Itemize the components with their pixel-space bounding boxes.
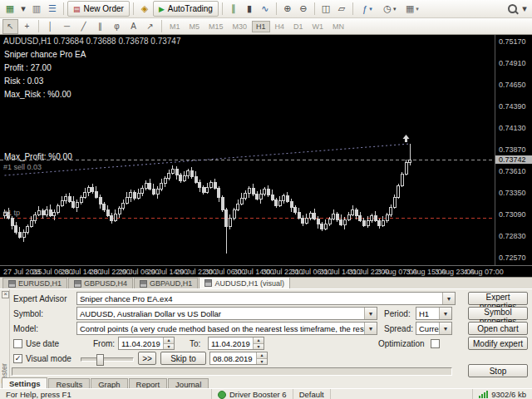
model-select[interactable]: Control points (a very crude method base… [76, 322, 377, 335]
date-spinner[interactable]: ▴▾ [253, 337, 264, 349]
market-watch-icon[interactable]: ☰ [45, 2, 60, 16]
to-label: To: [190, 339, 200, 348]
crosshair-tool[interactable]: + [19, 19, 35, 34]
cursor-tool[interactable]: ↖ [2, 19, 18, 34]
step-forward-button[interactable]: >> [138, 352, 156, 365]
periods-dropdown[interactable]: ◷▾ [379, 2, 401, 16]
symbol-value: AUDUSD, Australian Dollar vs US Dollar [77, 309, 364, 318]
chart-tab-eurusd-h1[interactable]: EURUSD,H1 [2, 278, 67, 288]
price-axis-label: 0.74910 [495, 59, 532, 67]
date-spinner[interactable]: ▴▾ [256, 352, 267, 364]
toolbar-separator [161, 20, 162, 32]
toolbar-separator [276, 2, 277, 15]
ea-comment-line: Risk : 0.03 [4, 76, 43, 86]
chart-tab-gbpaud-h1[interactable]: GBPAUD,H1 [134, 278, 198, 288]
status-notification[interactable]: Driver Booster 6 [211, 389, 293, 399]
price-chart[interactable] [0, 35, 495, 265]
dropdown-caret-icon[interactable]: ▾ [439, 323, 451, 334]
templates-dropdown[interactable]: ▦▾ [401, 2, 423, 16]
to-date-field[interactable]: 11.04.2019 ▴▾ [208, 337, 264, 350]
timeframe-button-h1[interactable]: H1 [252, 21, 270, 32]
price-axis-label: 0.73350 [495, 189, 532, 197]
symbol-properties-button[interactable]: Symbol properties [468, 307, 528, 320]
autotrading-button[interactable]: ▶AutoTrading [153, 1, 219, 17]
connection-bars-icon [479, 391, 488, 398]
timeframe-button-w1[interactable]: W1 [308, 21, 328, 32]
trendline-tool[interactable]: ╱ [76, 19, 91, 34]
fibonacci-tool[interactable]: φ [109, 19, 125, 34]
from-date-field[interactable]: 11.04.2019 ▴▾ [118, 337, 175, 350]
symbol-label: Symbol: [13, 309, 43, 318]
strategy-tester-panel: × Tester Expert Advisor Sniper chance Pr… [0, 288, 532, 389]
toolbar-separator [38, 20, 39, 32]
dropdown-caret-icon[interactable]: ▾ [364, 323, 377, 334]
modify-expert-button[interactable]: Modify expert [468, 337, 528, 350]
skip-to-button[interactable]: Skip to [160, 352, 206, 365]
visual-mode-checkbox[interactable]: ✓ [13, 354, 22, 363]
toolbar-separator [222, 2, 223, 15]
new-chart-caret-icon[interactable]: ▾ [18, 2, 28, 16]
chart-tab-icon [140, 280, 147, 288]
horizontal-line-tool[interactable]: ─ [59, 19, 75, 34]
timeframe-button-d1[interactable]: D1 [289, 21, 308, 32]
toolbar-options-caret-icon[interactable]: ▾ [520, 2, 530, 16]
ea-comment-line: Max_Profit: %0.00 [4, 152, 72, 161]
use-date-label: Use date [26, 339, 59, 348]
new-chart-icon[interactable]: ▦ [2, 2, 17, 16]
autotrading-button-icon: ▶ [159, 5, 165, 13]
metaeditor-icon[interactable]: ◈ [137, 2, 152, 16]
timeframe-button-h4[interactable]: H4 [271, 21, 289, 32]
templates-dropdown-caret-icon: ▾ [416, 6, 419, 12]
tile-windows-icon[interactable]: ◫ [318, 2, 333, 16]
period-select[interactable]: H1 ▾ [416, 307, 452, 320]
line-chart-icon[interactable]: ∿ [258, 2, 273, 16]
tester-tab-settings[interactable]: Settings [2, 377, 47, 389]
candle-chart-icon[interactable]: ▮ [242, 2, 257, 16]
arrows-tool[interactable]: ↗ [142, 19, 158, 34]
timeframe-button-mn[interactable]: MN [328, 21, 348, 32]
stop-button[interactable]: Stop [468, 364, 528, 377]
spread-select[interactable]: Current ▾ [416, 322, 452, 335]
time-axis-label: 4 Aug 07:00 [464, 268, 504, 276]
price-axis-label: 0.75170 [495, 37, 532, 46]
timeframe-button-m15[interactable]: M15 [204, 21, 228, 32]
visual-speed-slider[interactable] [81, 357, 134, 362]
profiles-icon[interactable]: ▥ [29, 2, 44, 16]
slider-thumb[interactable] [96, 354, 104, 366]
status-help: For Help, press F1 [0, 389, 211, 399]
visual-mode-label: Visual mode [26, 354, 71, 363]
search-icon[interactable] [505, 2, 520, 16]
dropdown-caret-icon[interactable]: ▾ [439, 308, 451, 319]
timeframe-button-m1[interactable]: M1 [165, 21, 185, 32]
timeframe-button-m30[interactable]: M30 [229, 21, 252, 32]
toolbar-separator [133, 2, 134, 15]
cascade-windows-icon[interactable]: ▱ [334, 2, 349, 16]
expert-advisor-select[interactable]: Sniper chance Pro EA.ex4 ▾ [76, 292, 456, 305]
text-tool[interactable]: A [126, 19, 141, 34]
ea-comment-line: Profit : 27.00 [4, 63, 52, 72]
from-label: From: [93, 339, 115, 348]
zoom-out-icon[interactable]: ⊖ [296, 2, 311, 16]
timeframe-button-m5[interactable]: M5 [185, 21, 204, 32]
dropdown-caret-icon[interactable]: ▾ [442, 293, 455, 304]
open-chart-button[interactable]: Open chart [468, 322, 528, 335]
new-order-button[interactable]: ▤New Order [67, 1, 130, 17]
toolbar-separator [314, 2, 315, 15]
symbol-select[interactable]: AUDUSD, Australian Dollar vs US Dollar ▾ [76, 307, 377, 320]
optimization-checkbox[interactable] [431, 339, 440, 348]
status-notification-text: Driver Booster 6 [229, 390, 287, 399]
skip-to-date-field[interactable]: 08.08.2019 ▴▾ [209, 352, 268, 365]
zoom-in-icon[interactable]: ⊕ [280, 2, 295, 16]
use-date-checkbox[interactable] [13, 339, 22, 348]
chart-tab-audusd-h1-visual-[interactable]: AUDUSD,H1 (visual) [199, 277, 290, 288]
chart-tab-gbpusd-h4[interactable]: GBPUSD,H4 [68, 278, 133, 288]
dropdown-caret-icon[interactable]: ▾ [364, 308, 377, 319]
chart-area[interactable]: AUDUSD,H1 0.73684 0.73688 0.73678 0.7374… [0, 35, 495, 265]
channel-tool[interactable]: ∥ [92, 19, 108, 34]
date-spinner[interactable]: ▴▾ [163, 337, 174, 349]
vertical-line-tool[interactable]: │ [42, 19, 58, 34]
bar-chart-icon[interactable]: ∥ [226, 2, 241, 16]
indicators-dropdown[interactable]: ƒ▾ [357, 2, 378, 16]
expert-properties-button[interactable]: Expert properties [468, 292, 528, 305]
new-order-button-label: New Order [84, 4, 124, 13]
